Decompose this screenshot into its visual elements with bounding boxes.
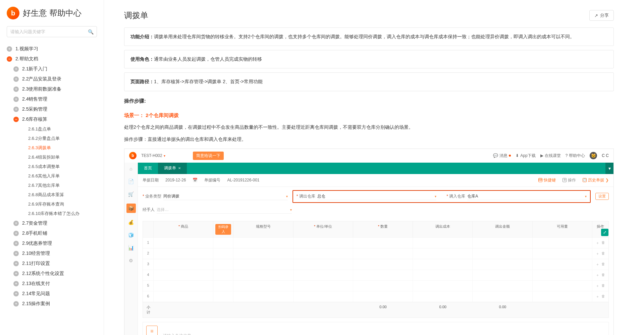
nav-item-2-6-5[interactable]: 2.6.5成本调整单	[7, 162, 104, 171]
expand-icon: +	[13, 261, 19, 266]
trash-icon[interactable]: 🗑	[601, 273, 605, 278]
plus-icon[interactable]: ＋	[596, 283, 599, 288]
nav-item-2-6-1[interactable]: 2.6.1盘点单	[7, 124, 104, 134]
handler-label: 经手人	[143, 207, 155, 213]
nav-item-2-6-6[interactable]: 2.6.6其他入库单	[7, 171, 104, 181]
brand-title: 好生意 帮助中心	[23, 8, 82, 18]
chevron-down-icon: ▾	[290, 208, 292, 212]
nav-item-2-14[interactable]: +2.14常见问题	[7, 289, 104, 299]
nav-item-2-10[interactable]: +2.10经营管理	[7, 248, 104, 259]
nav-item-2-13[interactable]: +2.13在线支付	[7, 279, 104, 289]
keyboard-icon: ⌨	[538, 178, 542, 182]
intro-box: 功能介绍：调拨单用来处理仓库间货物的转移业务。支持2个仓库间的调拨，也支持多个仓…	[124, 27, 614, 46]
scene1-step: 操作步骤：直接通过单据头的调出仓库和调入仓库来处理。	[124, 135, 614, 144]
expand-icon: +	[7, 46, 12, 52]
nav-item-2-3[interactable]: +2.3使用前数据准备	[7, 84, 104, 94]
search-input[interactable]	[7, 26, 97, 37]
path-box: 页面路径：1、库存核算->库存管理->调拨单 2、首页->常用功能	[124, 72, 614, 91]
remark-input[interactable]: 请输入备注信息	[161, 331, 605, 335]
plus-icon[interactable]: ＋	[596, 240, 599, 245]
rail-settings-icon[interactable]: ⚙	[128, 257, 135, 264]
col-barcode[interactable]: 扫码录入	[213, 221, 233, 237]
tab-menu-icon[interactable]: ▾	[605, 163, 613, 174]
expand-icon: +	[13, 251, 19, 256]
expand-icon[interactable]: ⤢	[601, 229, 608, 236]
nav-item-2-5[interactable]: +2.5采购管理	[7, 104, 104, 114]
rail-doc-icon[interactable]: 📄	[128, 178, 135, 185]
nav-item-2-6-9[interactable]: 2.6.9库存账本查询	[7, 200, 104, 209]
plus-icon[interactable]: ＋	[596, 294, 599, 299]
search-box: 🔍	[7, 26, 97, 37]
form-meta-row: 单据日期 2019-12-26 📅 单据编号 AL-20191226-001 ⌨…	[138, 174, 613, 187]
topbar-help[interactable]: ?帮助中心	[566, 153, 585, 159]
nav-item-2-4[interactable]: +2.4销售管理	[7, 94, 104, 104]
meta-code: AL-20191226-001	[227, 178, 259, 182]
plus-icon[interactable]: ＋	[596, 262, 599, 267]
trash-icon[interactable]: 🗑	[601, 251, 605, 256]
inwh-select[interactable]: 仓库A▾	[467, 193, 587, 200]
table-sum-row: 小计 0.000.000.00	[143, 302, 608, 318]
trash-icon[interactable]: 🗑	[601, 283, 605, 288]
nav-item-docs[interactable]: −2.帮助文档	[7, 54, 104, 64]
remark-icon[interactable]: ≡	[146, 326, 158, 335]
app-topbar: b TEST-H002▾ 简意给说一下 💬消息 ⬇App下载 ▶在线课堂 ?帮助…	[124, 149, 613, 163]
nav-item-2-6[interactable]: −2.6库存核算	[7, 114, 104, 124]
plus-icon[interactable]: ＋	[596, 273, 599, 278]
nav-item-2-6-2[interactable]: 2.6.2分量盘点单	[7, 134, 104, 143]
tab-home[interactable]: 首页	[138, 163, 158, 174]
nav-item-2-6-7[interactable]: 2.6.7其他出库单	[7, 181, 104, 190]
rail-home-icon[interactable]: ⌂	[128, 165, 135, 172]
col-qty: * 数量	[353, 221, 413, 237]
nav-item-2-6-3[interactable]: 2.6.3调拨单	[7, 143, 104, 153]
calendar-icon[interactable]: 📅	[193, 178, 198, 182]
nav-item-2-8[interactable]: +2.8手机旺铺	[7, 228, 104, 238]
meta-date[interactable]: 2019-12-26	[165, 178, 186, 182]
search-icon[interactable]: 🔍	[88, 29, 94, 35]
handler-select[interactable]: 选择…▾	[157, 206, 292, 214]
rail-box-icon[interactable]: 📦	[126, 204, 136, 213]
share-button[interactable]: ↗ 分享	[589, 10, 614, 21]
outwh-select[interactable]: 总仓▾	[317, 193, 437, 200]
nav-item-2-9[interactable]: +2.9优惠券管理	[7, 238, 104, 248]
nav-item-2-2[interactable]: +2.2产品安装及登录	[7, 74, 104, 84]
expand-icon: +	[13, 241, 19, 246]
close-icon[interactable]: ✕	[178, 166, 181, 170]
table-row: 5＋🗑	[143, 280, 608, 291]
topbar-download[interactable]: ⬇App下载	[516, 153, 535, 159]
trash-icon[interactable]: 🗑	[601, 294, 605, 299]
tab-current[interactable]: 调拨单✕	[158, 163, 187, 174]
nav-item-2-15[interactable]: +2.15操作案例	[7, 299, 104, 309]
rail-cart-icon[interactable]: 🛒	[128, 191, 135, 198]
ops-link[interactable]: ⚙操作	[562, 177, 576, 183]
nav-tree: +1.视频学习 −2.帮助文档 +2.1新手入门 +2.2产品安装及登录 +2.…	[7, 44, 104, 309]
nav-item-2-1[interactable]: +2.1新手入门	[7, 64, 104, 74]
col-outcost: 调出成本	[413, 221, 473, 237]
form-row-2: 经手人 选择…▾	[138, 206, 613, 217]
rail-wallet-icon[interactable]: 💰	[128, 219, 135, 226]
col-product: * 商品	[154, 221, 213, 237]
nav-item-2-12[interactable]: +2.12系统个性化设置	[7, 269, 104, 279]
rail-goods-icon[interactable]: 🧊	[128, 232, 135, 238]
trash-icon[interactable]: 🗑	[601, 240, 605, 245]
chevron-down-icon: ▾	[164, 154, 165, 158]
nav-item-video[interactable]: +1.视频学习	[7, 44, 104, 54]
biztype-label: 业务类型	[143, 193, 161, 199]
avatar[interactable]: 🐱	[590, 152, 597, 159]
plus-icon[interactable]: ＋	[596, 251, 599, 256]
role-label: 使用角色：	[130, 56, 154, 62]
nav-item-2-6-10[interactable]: 2.6.10库存账本错了怎么办	[7, 209, 104, 218]
settings-button[interactable]: 设置	[595, 193, 609, 200]
quick-keys-link[interactable]: ⌨快捷键	[538, 177, 556, 183]
history-link[interactable]: 🕑历史单据❯	[583, 177, 609, 183]
nav-item-2-11[interactable]: +2.11打印设置	[7, 259, 104, 269]
biztype-select[interactable]: 同价调拨▾	[163, 193, 288, 200]
nav-item-2-7[interactable]: +2.7资金管理	[7, 218, 104, 228]
trash-icon[interactable]: 🗑	[601, 262, 605, 267]
nav-item-2-6-8[interactable]: 2.6.8商品成本重算	[7, 190, 104, 200]
nav-item-2-6-4[interactable]: 2.6.4组装拆卸单	[7, 153, 104, 162]
helper-button[interactable]: 简意给说一下	[193, 152, 224, 160]
rail-report-icon[interactable]: 📊	[128, 244, 135, 251]
topbar-course[interactable]: ▶在线课堂	[540, 153, 561, 159]
topbar-messages[interactable]: 💬消息	[493, 153, 511, 159]
tenant-selector[interactable]: TEST-H002▾	[141, 153, 188, 158]
